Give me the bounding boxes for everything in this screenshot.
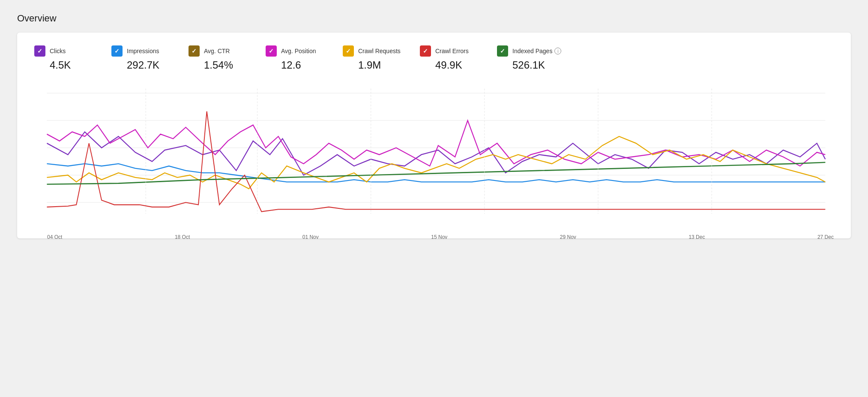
metric-label-avg-ctr: Avg. CTR xyxy=(204,48,230,54)
metric-checkbox-clicks[interactable]: ✓ xyxy=(34,45,45,57)
metric-label-clicks: Clicks xyxy=(50,48,66,54)
overview-card: ✓Clicks4.5K✓Impressions292.7K✓Avg. CTR1.… xyxy=(17,33,851,238)
metric-item-impressions[interactable]: ✓Impressions292.7K xyxy=(111,45,184,71)
check-icon: ✓ xyxy=(192,48,197,54)
metric-label-crawl-errors: Crawl Errors xyxy=(435,48,469,54)
metrics-row: ✓Clicks4.5K✓Impressions292.7K✓Avg. CTR1.… xyxy=(34,45,834,71)
metric-value-avg-position: 12.6 xyxy=(281,59,326,71)
metric-item-crawl-requests[interactable]: ✓Crawl Requests1.9M xyxy=(343,45,416,71)
x-axis-label: 27 Dec xyxy=(817,234,834,240)
metric-label-row-avg-ctr: Avg. CTR xyxy=(204,48,230,54)
x-axis-label: 04 Oct xyxy=(47,234,62,240)
metric-label-indexed-pages: Indexed Pages xyxy=(512,48,552,54)
metric-label-crawl-requests: Crawl Requests xyxy=(358,48,401,54)
metric-item-clicks[interactable]: ✓Clicks4.5K xyxy=(34,45,107,71)
metric-label-row-impressions: Impressions xyxy=(127,48,159,54)
metric-item-avg-ctr[interactable]: ✓Avg. CTR1.54% xyxy=(189,45,261,71)
metric-value-crawl-requests: 1.9M xyxy=(358,59,403,71)
metric-label-row-indexed-pages: Indexed Pagesi xyxy=(512,48,561,54)
check-icon: ✓ xyxy=(346,48,351,54)
metric-value-clicks: 4.5K xyxy=(50,59,94,71)
metric-label-impressions: Impressions xyxy=(127,48,159,54)
metric-label-row-clicks: Clicks xyxy=(50,48,66,54)
info-icon[interactable]: i xyxy=(554,48,561,54)
x-axis-label: 18 Oct xyxy=(175,234,190,240)
metric-item-indexed-pages[interactable]: ✓Indexed Pagesi526.1K xyxy=(497,45,574,71)
metric-item-crawl-errors[interactable]: ✓Crawl Errors49.9K xyxy=(420,45,493,71)
metric-header-clicks: ✓Clicks xyxy=(34,45,94,57)
metric-checkbox-avg-position[interactable]: ✓ xyxy=(266,45,277,57)
check-icon: ✓ xyxy=(269,48,274,54)
metric-item-avg-position[interactable]: ✓Avg. Position12.6 xyxy=(266,45,338,71)
metric-checkbox-crawl-errors[interactable]: ✓ xyxy=(420,45,431,57)
x-axis-label: 15 Nov xyxy=(431,234,447,240)
x-axis-label: 13 Dec xyxy=(688,234,705,240)
x-axis-label: 01 Nov xyxy=(302,234,319,240)
metric-checkbox-avg-ctr[interactable]: ✓ xyxy=(189,45,200,57)
metric-header-impressions: ✓Impressions xyxy=(111,45,171,57)
metric-header-crawl-requests: ✓Crawl Requests xyxy=(343,45,403,57)
check-icon: ✓ xyxy=(500,48,505,54)
metric-header-avg-ctr: ✓Avg. CTR xyxy=(189,45,248,57)
x-axis-label: 29 Nov xyxy=(560,234,576,240)
metric-value-impressions: 292.7K xyxy=(127,59,171,71)
metric-header-indexed-pages: ✓Indexed Pagesi xyxy=(497,45,561,57)
chart-svg xyxy=(34,84,834,230)
metric-value-avg-ctr: 1.54% xyxy=(204,59,248,71)
x-axis-labels: 04 Oct18 Oct01 Nov15 Nov29 Nov13 Dec27 D… xyxy=(34,232,834,240)
metric-header-crawl-errors: ✓Crawl Errors xyxy=(420,45,480,57)
metric-checkbox-impressions[interactable]: ✓ xyxy=(111,45,123,57)
metric-checkbox-indexed-pages[interactable]: ✓ xyxy=(497,45,508,57)
metric-label-row-avg-position: Avg. Position xyxy=(281,48,316,54)
metric-value-crawl-errors: 49.9K xyxy=(435,59,480,71)
chart-area: 04 Oct18 Oct01 Nov15 Nov29 Nov13 Dec27 D… xyxy=(34,84,834,230)
check-icon: ✓ xyxy=(114,48,120,54)
metric-label-avg-position: Avg. Position xyxy=(281,48,316,54)
check-icon: ✓ xyxy=(423,48,428,54)
check-icon: ✓ xyxy=(37,48,42,54)
metric-label-row-crawl-errors: Crawl Errors xyxy=(435,48,469,54)
metric-label-row-crawl-requests: Crawl Requests xyxy=(358,48,401,54)
metric-header-avg-position: ✓Avg. Position xyxy=(266,45,326,57)
metric-value-indexed-pages: 526.1K xyxy=(512,59,561,71)
page-title: Overview xyxy=(17,13,851,24)
metric-checkbox-crawl-requests[interactable]: ✓ xyxy=(343,45,354,57)
